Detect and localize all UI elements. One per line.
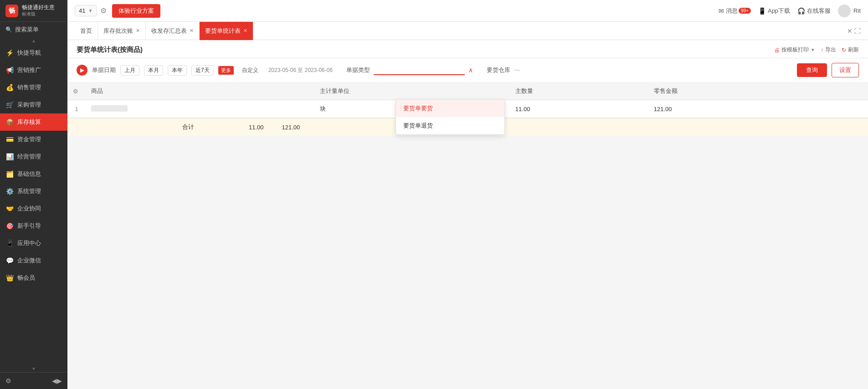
tab-batch-account-label: 库存批次账	[103, 27, 133, 35]
sidebar-item-operations[interactable]: 📊 经营管理	[0, 148, 67, 165]
sidebar-item-member[interactable]: 👑 畅会员	[0, 269, 67, 287]
print-label: 按模板打印	[781, 46, 809, 54]
scroll-down-arrow[interactable]: ▼	[0, 365, 67, 372]
tab-close-all-icon[interactable]: ✕	[847, 27, 853, 35]
sidebar-item-basics[interactable]: 🗂️ 基础信息	[0, 165, 67, 183]
purchase-icon: 🛒	[5, 101, 14, 108]
scroll-up-arrow[interactable]: ▲	[0, 37, 67, 44]
page-header: 要货单统计表(按商品) 🖨 按模板打印 ▼ ↑ 导出 ↻ 刷新	[67, 40, 868, 58]
app-download-action[interactable]: 📱 App下载	[758, 7, 790, 15]
sidebar-item-label: 畅会员	[17, 274, 35, 282]
sidebar-logo: 畅 畅捷通好生意 标准版	[0, 0, 67, 22]
refresh-label: 刷新	[848, 46, 859, 54]
sidebar-toggle-btn[interactable]: ◀▶	[52, 377, 62, 384]
refresh-btn[interactable]: ↻ 刷新	[842, 46, 859, 54]
sidebar-item-sales[interactable]: 💰 销售管理	[0, 79, 67, 96]
service-icon: 🎧	[797, 7, 805, 15]
sidebar-item-label: 企业协同	[17, 205, 41, 213]
export-icon: ↑	[821, 47, 823, 53]
sidebar-item-guide[interactable]: 🎯 新手引导	[0, 217, 67, 235]
sidebar-item-finance[interactable]: 💳 资金管理	[0, 131, 67, 148]
sidebar-nav: ⚡ 快捷导航 📢 营销推广 💰 销售管理 🛒 采购管理 📦 库存核算 💳 资金管…	[0, 44, 67, 365]
date-btn-7days[interactable]: 近7天	[191, 65, 214, 76]
th-amount: 零售金额	[648, 82, 816, 100]
export-btn[interactable]: ↑ 导出	[821, 46, 836, 54]
sidebar: 畅 畅捷通好生意 标准版 🔍 搜索菜单 ▲ ⚡ 快捷导航 📢 营销推广 💰 销售…	[0, 0, 67, 389]
finance-icon: 💳	[5, 136, 14, 143]
sidebar-item-system[interactable]: ⚙️ 系统管理	[0, 183, 67, 200]
filter-settings-btn[interactable]: 设置	[832, 63, 859, 77]
tab-order-summary-label: 要货单统计表	[205, 27, 241, 35]
industry-btn[interactable]: 体验行业方案	[112, 4, 160, 18]
main-content: 41 ▼ ⚙ 体验行业方案 ✉ 消息 99+ 📱 App下载 🎧 在线客服 R	[67, 0, 868, 389]
sidebar-item-label: 采购管理	[17, 101, 41, 109]
tab-collect-summary[interactable]: 收发存汇总表 ✕	[146, 22, 200, 40]
td-extra	[815, 100, 868, 118]
filter-expand-btn[interactable]: ▶	[77, 65, 87, 76]
sidebar-item-marketing[interactable]: 📢 营销推广	[0, 61, 67, 79]
th-goods: 商品	[86, 82, 314, 100]
date-btn-this-year[interactable]: 本年	[168, 65, 187, 76]
message-icon: ✉	[719, 7, 724, 15]
online-service-action[interactable]: 🎧 在线客服	[797, 7, 831, 15]
date-more-badge[interactable]: 更多	[218, 66, 234, 75]
tab-collect-summary-close[interactable]: ✕	[190, 28, 194, 34]
tab-order-summary[interactable]: 要货单统计表 ✕	[200, 22, 253, 40]
sidebar-item-apps[interactable]: 📱 应用中心	[0, 235, 67, 252]
user-avatar[interactable]: Rit	[838, 5, 861, 17]
td-qty: 11.00	[510, 100, 648, 118]
date-btn-last-month[interactable]: 上月	[120, 65, 139, 76]
column-settings-icon[interactable]: ⚙	[73, 88, 78, 95]
tab-expand-icon[interactable]: ⛶	[854, 27, 861, 35]
store-chevron-icon: ▼	[88, 8, 92, 13]
page-actions: 🖨 按模板打印 ▼ ↑ 导出 ↻ 刷新	[774, 46, 859, 54]
refresh-icon: ↻	[842, 47, 846, 53]
store-selector[interactable]: 41 ▼	[75, 5, 97, 16]
tab-batch-account[interactable]: 库存批次账 ✕	[98, 22, 146, 40]
print-btn[interactable]: 🖨 按模板打印 ▼	[774, 46, 815, 54]
sidebar-item-label: 系统管理	[17, 187, 41, 195]
sidebar-item-wechat[interactable]: 💬 企业微信	[0, 252, 67, 269]
message-badge: 99+	[739, 8, 751, 14]
tab-order-summary-close[interactable]: ✕	[243, 28, 247, 34]
topbar-left: 41 ▼ ⚙ 体验行业方案	[75, 4, 719, 18]
filter-type-section: 单据类型 ∧	[346, 66, 473, 75]
logo-icon: 畅	[5, 5, 18, 17]
tabs-controls: ✕ ⛶	[847, 27, 861, 35]
settings-bottom-btn[interactable]: ⚙	[5, 377, 11, 384]
apps-icon: 📱	[5, 240, 14, 247]
quick-nav-icon: ⚡	[5, 49, 14, 56]
tab-home[interactable]: 首页	[75, 22, 98, 40]
dropdown-item-order-goods[interactable]: 要货单要货	[396, 100, 504, 117]
filter-bar: ▶ 单据日期 上月 本月 本年 近7天 更多 自定义 2023-05-06 至 …	[67, 58, 868, 82]
sidebar-search[interactable]: 🔍 搜索菜单	[0, 22, 67, 37]
tab-batch-account-close[interactable]: ✕	[136, 28, 140, 34]
basics-icon: 🗂️	[5, 170, 14, 178]
sidebar-item-purchase[interactable]: 🛒 采购管理	[0, 96, 67, 113]
date-btn-this-month[interactable]: 本月	[144, 65, 163, 76]
type-filter-chevron-icon[interactable]: ∧	[468, 67, 473, 74]
system-icon: ⚙️	[5, 188, 14, 195]
search-label: 搜索菜单	[15, 26, 39, 34]
type-filter-label: 单据类型	[346, 66, 370, 74]
sidebar-bottom: ⚙ ◀▶	[0, 372, 67, 389]
sidebar-item-inventory[interactable]: 📦 库存核算	[0, 113, 67, 131]
marketing-icon: 📢	[5, 67, 14, 74]
logo-subtitle: 标准版	[22, 11, 55, 17]
message-action[interactable]: ✉ 消息 99+	[719, 7, 751, 15]
sidebar-item-label: 应用中心	[17, 239, 41, 247]
store-number: 41	[79, 7, 85, 14]
wechat-icon: 💬	[5, 257, 14, 264]
sidebar-item-quick-nav[interactable]: ⚡ 快捷导航	[0, 44, 67, 61]
date-filter-label: 单据日期	[92, 66, 116, 74]
sidebar-item-cooperation[interactable]: 🤝 企业协同	[0, 200, 67, 217]
topbar-gear-icon[interactable]: ⚙	[100, 6, 107, 15]
date-custom-btn[interactable]: 自定义	[238, 66, 262, 75]
export-label: 导出	[825, 46, 836, 54]
warehouse-more-btn[interactable]: ···	[514, 66, 520, 74]
online-service-label: 在线客服	[807, 7, 831, 15]
query-btn[interactable]: 查询	[797, 63, 827, 77]
dropdown-item-order-return[interactable]: 要货单退货	[396, 117, 504, 134]
type-filter-input[interactable]	[374, 66, 465, 75]
footer-qty: 11.00	[249, 124, 264, 131]
